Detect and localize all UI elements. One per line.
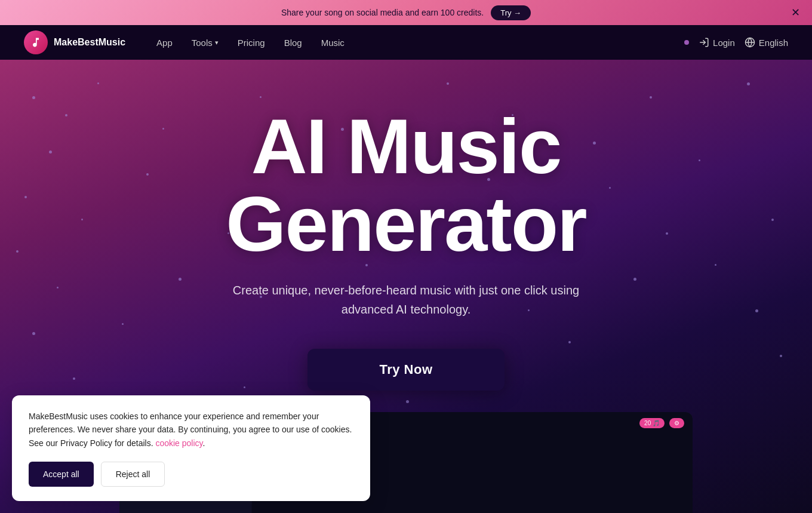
credits-badge: 20 🎵 <box>639 418 665 428</box>
reject-all-button[interactable]: Reject all <box>101 462 165 487</box>
logo-icon <box>24 30 48 54</box>
navbar: MakeBestMusic App Tools ▾ Pricing Blog M… <box>0 25 812 60</box>
logo-text: MakeBestMusic <box>54 37 125 48</box>
login-label: Login <box>713 38 735 48</box>
announcement-banner: Share your song on social media and earn… <box>0 0 812 25</box>
nav-link-blog[interactable]: Blog <box>277 34 309 51</box>
nav-links: App Tools ▾ Pricing Blog Music <box>149 34 684 51</box>
accept-all-button[interactable]: Accept all <box>29 462 94 487</box>
hero-subtitle: Create unique, never-before-heard music … <box>215 281 597 319</box>
cookie-policy-link[interactable]: cookie policy <box>155 438 202 448</box>
nav-link-music[interactable]: Music <box>314 34 352 51</box>
nav-link-tools[interactable]: Tools ▾ <box>184 34 226 51</box>
nav-link-app[interactable]: App <box>149 34 180 51</box>
cookie-buttons: Accept all Reject all <box>29 462 353 487</box>
nav-logo[interactable]: MakeBestMusic <box>24 30 125 54</box>
settings-badge[interactable]: ⚙ <box>669 418 684 428</box>
settings-icon: ⚙ <box>674 420 679 426</box>
login-button[interactable]: Login <box>699 37 735 48</box>
credits-count: 20 🎵 <box>644 420 660 426</box>
cookie-text: MakeBestMusic uses cookies to enhance yo… <box>29 410 353 450</box>
hero-content: AI Music Generator Create unique, never-… <box>0 60 812 391</box>
announcement-text: Share your song on social media and earn… <box>281 8 484 17</box>
cookie-banner: MakeBestMusic uses cookies to enhance yo… <box>12 395 370 501</box>
language-label: English <box>759 38 788 48</box>
try-now-button[interactable]: Try Now <box>307 349 504 391</box>
announcement-cta-button[interactable]: Try → <box>491 5 531 20</box>
hero-title: AI Music Generator <box>226 107 586 263</box>
nav-right: Login English <box>684 37 788 48</box>
nav-status-dot <box>684 40 689 45</box>
tools-dropdown-icon: ▾ <box>215 39 219 47</box>
language-selector[interactable]: English <box>745 37 788 48</box>
nav-link-pricing[interactable]: Pricing <box>230 34 272 51</box>
announcement-close-button[interactable]: ✕ <box>791 7 800 18</box>
